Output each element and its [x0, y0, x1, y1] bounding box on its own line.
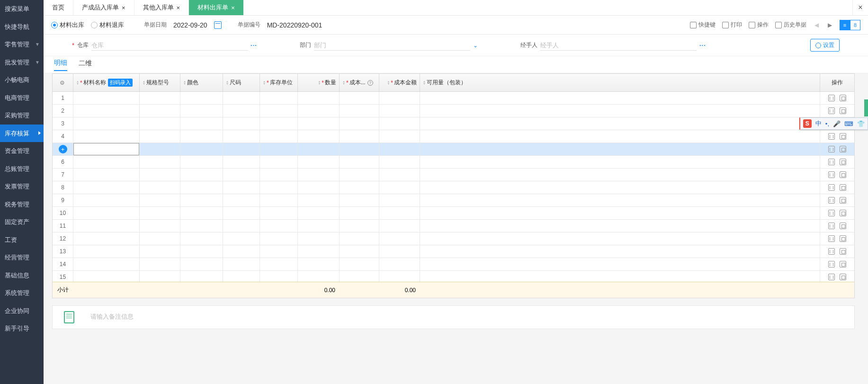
warehouse-input[interactable]	[91, 40, 248, 51]
col-qty[interactable]: ▲▼*数量	[298, 74, 340, 91]
next-doc-icon[interactable]: ▶	[826, 22, 833, 28]
sidebar-item-18[interactable]: 新手引导	[0, 320, 44, 338]
copy-row-icon[interactable]	[840, 261, 846, 268]
history-button[interactable]: 历史单据	[775, 21, 806, 29]
close-icon[interactable]: ×	[231, 4, 235, 11]
delete-row-icon[interactable]	[828, 107, 835, 114]
sidebar-item-12[interactable]: 固定资产	[0, 213, 44, 231]
warehouse-lookup-icon[interactable]: ···	[251, 42, 257, 49]
copy-row-icon[interactable]	[840, 248, 846, 255]
close-icon[interactable]: ×	[177, 4, 180, 11]
copy-row-icon[interactable]	[840, 274, 846, 280]
delete-row-icon[interactable]	[828, 171, 835, 178]
dept-input[interactable]	[314, 40, 470, 51]
print-button[interactable]: 打印	[722, 21, 742, 29]
scan-badge[interactable]: 扫码录入	[108, 79, 133, 87]
table-row[interactable]: 8	[53, 181, 854, 194]
remark-input[interactable]	[86, 306, 854, 329]
close-all-tabs[interactable]: ×	[852, 0, 868, 15]
radio-material-return[interactable]: 材料退库	[91, 21, 124, 29]
delete-row-icon[interactable]	[828, 223, 835, 229]
sidebar-item-11[interactable]: 税务管理	[0, 196, 44, 214]
delete-row-icon[interactable]	[828, 146, 835, 152]
col-unit[interactable]: ▲▼*库存单位	[260, 74, 298, 91]
ime-lang[interactable]: 中	[815, 119, 822, 128]
delete-row-icon[interactable]	[828, 159, 835, 165]
side-handle[interactable]	[864, 99, 868, 116]
date-value[interactable]: 2022-09-20	[173, 21, 207, 29]
sidebar-item-1[interactable]: 快捷导航	[0, 18, 44, 36]
tab-detail[interactable]: 明细	[54, 59, 67, 71]
copy-row-icon[interactable]	[840, 95, 846, 101]
tab-dimension[interactable]: 二维	[79, 59, 92, 71]
sidebar-item-16[interactable]: 系统管理	[0, 284, 44, 302]
table-row[interactable]: 9	[53, 194, 854, 207]
prev-doc-icon[interactable]: ◀	[813, 22, 820, 28]
table-row[interactable]: 3	[53, 117, 854, 130]
col-size[interactable]: ▲▼尺码	[223, 74, 260, 91]
table-row[interactable]: 6	[53, 156, 854, 169]
view-count-badge[interactable]: 8	[850, 20, 860, 30]
tab-2[interactable]: 其他入库单×	[134, 0, 189, 15]
calendar-icon[interactable]	[214, 21, 222, 29]
col-color[interactable]: ▲▼颜色	[180, 74, 223, 91]
col-amount[interactable]: ▲▼*成本金额	[379, 74, 420, 91]
table-row[interactable]: 13	[53, 245, 854, 258]
copy-row-icon[interactable]	[840, 235, 846, 242]
copy-row-icon[interactable]	[840, 197, 846, 204]
delete-row-icon[interactable]	[828, 261, 835, 268]
sidebar-item-2[interactable]: 零售管理▼	[0, 36, 44, 54]
delete-row-icon[interactable]	[828, 210, 835, 216]
operate-button[interactable]: 操作	[749, 21, 769, 29]
sidebar-item-10[interactable]: 发票管理	[0, 178, 44, 196]
copy-row-icon[interactable]	[840, 184, 846, 191]
delete-row-icon[interactable]	[828, 133, 835, 140]
ime-keyboard-icon[interactable]: ⌨	[844, 120, 853, 127]
copy-row-icon[interactable]	[840, 159, 846, 165]
sidebar-item-15[interactable]: 基础信息	[0, 267, 44, 285]
col-spec[interactable]: ▲▼规格型号	[140, 74, 180, 91]
table-row[interactable]: 7	[53, 169, 854, 181]
delete-row-icon[interactable]	[828, 235, 835, 242]
table-row[interactable]: 11	[53, 220, 854, 232]
copy-row-icon[interactable]	[840, 133, 846, 140]
view-list-icon[interactable]: ≡	[840, 20, 850, 30]
table-row[interactable]: 15	[53, 271, 854, 282]
shortcut-button[interactable]: 快捷键	[690, 21, 716, 29]
copy-row-icon[interactable]	[840, 107, 846, 114]
col-cost[interactable]: ▲▼*成本...?	[340, 74, 379, 91]
sidebar-item-9[interactable]: 总账管理	[0, 160, 44, 178]
add-row-icon[interactable]	[59, 145, 67, 153]
copy-row-icon[interactable]	[840, 146, 846, 152]
table-row[interactable]: 12	[53, 232, 854, 245]
table-row[interactable]: 2	[53, 105, 854, 117]
table-row[interactable]: 10	[53, 207, 854, 220]
copy-row-icon[interactable]	[840, 171, 846, 178]
copy-row-icon[interactable]	[840, 223, 846, 229]
table-row[interactable]: 4	[53, 130, 854, 143]
delete-row-icon[interactable]	[828, 197, 835, 204]
sidebar-item-17[interactable]: 企业协同	[0, 302, 44, 320]
sidebar-item-5[interactable]: 电商管理	[0, 89, 44, 107]
delete-row-icon[interactable]	[828, 184, 835, 191]
sidebar-item-8[interactable]: 资金管理	[0, 142, 44, 160]
delete-row-icon[interactable]	[828, 248, 835, 255]
copy-row-icon[interactable]	[840, 210, 846, 216]
dept-dropdown-icon[interactable]: ⌄	[473, 42, 478, 49]
sidebar-item-6[interactable]: 采购管理	[0, 107, 44, 125]
ime-toolbar[interactable]: S 中 •, 🎤 ⌨ 👕	[799, 117, 868, 130]
delete-row-icon[interactable]	[828, 95, 835, 101]
radio-material-out[interactable]: 材料出库	[51, 21, 84, 29]
ime-voice-icon[interactable]: 🎤	[833, 120, 841, 127]
table-row[interactable]: 1	[53, 92, 854, 105]
handler-input[interactable]	[540, 40, 697, 51]
table-row[interactable]	[53, 143, 854, 156]
settings-button[interactable]: 设置	[810, 39, 840, 52]
sidebar-item-4[interactable]: 小畅电商	[0, 71, 44, 89]
handler-lookup-icon[interactable]: ···	[699, 42, 706, 49]
tab-3[interactable]: 材料出库单×	[189, 0, 243, 15]
table-row[interactable]: 14	[53, 258, 854, 271]
sidebar-item-7[interactable]: 库存核算	[0, 125, 44, 143]
ime-skin-icon[interactable]: 👕	[857, 120, 865, 127]
sidebar-item-3[interactable]: 批发管理▼	[0, 54, 44, 71]
